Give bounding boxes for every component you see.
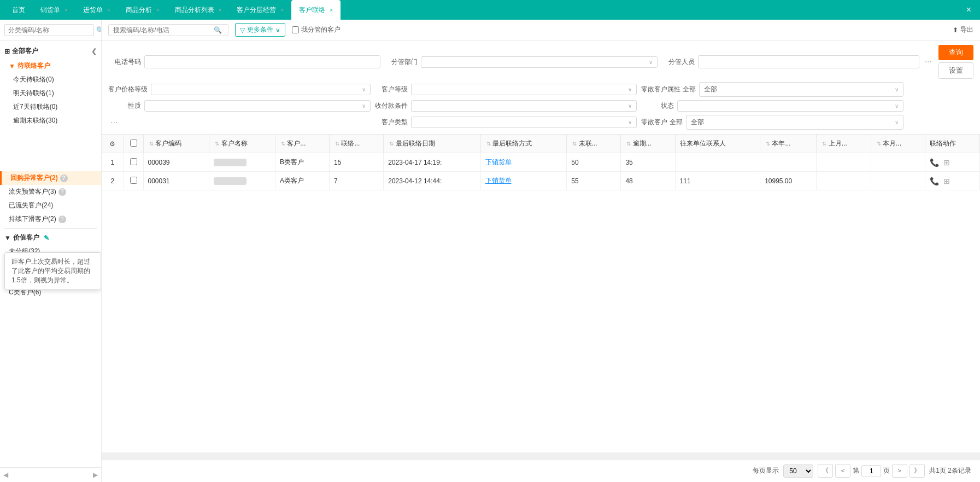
- page-input[interactable]: [861, 465, 881, 477]
- person-dots-button[interactable]: ···: [923, 57, 934, 67]
- cell-last-method[interactable]: 下销货单: [480, 153, 567, 172]
- close-product-analysis-tab[interactable]: ×: [156, 7, 160, 13]
- sidebar: 🔍 ⊞ 全部客户 ❮ ▼ 待联络客户 今天待联络(0) 明天待联络(1): [0, 20, 102, 482]
- select-customer-level[interactable]: ∨: [411, 84, 637, 95]
- sidebar-item-repurchase-abnormal[interactable]: 回购异常客户(2) ?: [0, 171, 101, 185]
- select-payment[interactable]: ∨: [411, 100, 637, 112]
- pending-group-title[interactable]: ▼ 待联络客户: [4, 59, 101, 73]
- nav-item-product-analysis-list[interactable]: 商品分析列表 ×: [167, 0, 230, 20]
- nav-item-purchase[interactable]: 进货单 ×: [75, 0, 118, 20]
- page-size-select[interactable]: 50 20 100: [783, 464, 813, 478]
- search-input[interactable]: [113, 26, 212, 34]
- input-person[interactable]: [698, 55, 919, 68]
- nav-item-home[interactable]: 首页: [4, 0, 33, 20]
- top-navigation: 首页 销货单 × 进货单 × 商品分析 × 商品分析列表 × 客户分层经营 × …: [0, 0, 980, 20]
- sidebar-item-tomorrow[interactable]: 明天待联络(1): [4, 86, 101, 100]
- th-not-contacted: ⇅ 未联...: [567, 135, 621, 153]
- sidebar-right-arrow[interactable]: ▶: [93, 471, 98, 479]
- sort-icon-code[interactable]: ⇅: [149, 141, 154, 147]
- action-more-icon[interactable]: ⊞: [943, 177, 950, 185]
- close-product-analysis-list-tab[interactable]: ×: [219, 7, 222, 13]
- info-icon-repurchase[interactable]: ?: [60, 175, 68, 182]
- sort-icon-type[interactable]: ⇅: [281, 141, 285, 147]
- sidebar-collapse-icon[interactable]: ❮: [91, 48, 97, 55]
- sidebar-item-today[interactable]: 今天待联络(0): [4, 73, 101, 86]
- select-customer-type[interactable]: ∨: [411, 117, 637, 128]
- export-button[interactable]: ⬆ 导出: [953, 25, 973, 34]
- window-close-button[interactable]: ×: [962, 5, 976, 15]
- cell-actions: 📞 ⊞: [925, 153, 979, 172]
- select-scatter-attr[interactable]: 全部 ∨: [699, 82, 903, 97]
- search-icon[interactable]: 🔍: [214, 26, 222, 34]
- chevron-down-icon: ∨: [275, 26, 280, 34]
- info-icon-declining[interactable]: ?: [58, 216, 66, 223]
- action-more-icon[interactable]: ⊞: [943, 158, 950, 167]
- sort-icon-name[interactable]: ⇅: [215, 141, 219, 147]
- sidebar-all-customers[interactable]: ⊞ 全部客户 ❮: [0, 43, 101, 59]
- sort-icon-contact[interactable]: ⇅: [335, 141, 339, 147]
- cell-checkbox[interactable]: [124, 172, 143, 190]
- sort-icon-this-year[interactable]: ⇅: [766, 141, 770, 147]
- input-phone[interactable]: [144, 55, 380, 68]
- sidebar-item-lost-preview[interactable]: 流失预警客户(3) ?: [0, 185, 101, 199]
- query-button[interactable]: 查询: [938, 45, 973, 60]
- select-status[interactable]: ∨: [677, 100, 903, 112]
- select-dept[interactable]: ∨: [421, 56, 657, 68]
- advanced-filter: 电话号码 分管部门 ∨ 分管人员 ··· 查询 设置: [102, 40, 980, 135]
- select-price-level[interactable]: ∨: [151, 84, 371, 95]
- row4-dots[interactable]: ···: [108, 118, 120, 127]
- horizontal-scrollbar[interactable]: [102, 452, 980, 459]
- sort-icon-last-month[interactable]: ⇅: [822, 141, 826, 147]
- cell-checkbox[interactable]: [124, 153, 143, 172]
- edit-icon[interactable]: ✎: [44, 234, 49, 242]
- sidebar-item-already-lost[interactable]: 已流失客户(24): [0, 199, 101, 212]
- cell-unit-contact: 111: [675, 172, 760, 190]
- nav-item-product-analysis[interactable]: 商品分析 ×: [118, 0, 167, 20]
- cell-last-method[interactable]: 下销货单: [480, 172, 567, 190]
- more-conditions-button[interactable]: ▽ 更多条件 ∨: [235, 23, 285, 37]
- chevron-down-icon-payment: ∨: [628, 103, 632, 109]
- sidebar-item-overdue[interactable]: 逾期未联络(30): [4, 114, 101, 127]
- sidebar-item-declining[interactable]: 持续下滑客户(2) ?: [0, 212, 101, 226]
- sort-icon-overdue[interactable]: ⇅: [626, 141, 631, 147]
- prev-page-button[interactable]: ＜: [835, 464, 850, 478]
- sort-icon-this-month[interactable]: ⇅: [877, 141, 881, 147]
- label-customer-level: 客户等级: [375, 85, 408, 94]
- select-all-checkbox[interactable]: [130, 140, 137, 147]
- sort-icon-last-method[interactable]: ⇅: [486, 141, 491, 147]
- chevron-down-icon-scatter2: ∨: [895, 119, 899, 125]
- select-scatter-customer[interactable]: 全部 ∨: [686, 115, 903, 130]
- th-settings[interactable]: ⚙: [102, 135, 124, 153]
- info-icon-lost[interactable]: ?: [58, 188, 66, 196]
- th-checkbox[interactable]: [124, 135, 143, 153]
- action-phone-icon[interactable]: 📞: [930, 177, 939, 185]
- next-page-button[interactable]: ＞: [892, 464, 907, 478]
- close-customer-contact-tab[interactable]: ×: [330, 7, 333, 13]
- sort-icon-not-contacted[interactable]: ⇅: [572, 141, 577, 147]
- settings-icon[interactable]: ⚙: [109, 140, 115, 148]
- select-nature[interactable]: ∨: [144, 100, 371, 112]
- cell-name: [209, 172, 275, 190]
- sidebar-item-7days[interactable]: 近7天待联络(0): [4, 100, 101, 114]
- action-phone-icon[interactable]: 📞: [930, 158, 939, 167]
- my-customer-checkbox[interactable]: [292, 26, 299, 33]
- sidebar-bottom: ◀ ▶: [0, 467, 101, 482]
- last-page-button[interactable]: 》: [909, 464, 925, 478]
- row-checkbox[interactable]: [130, 158, 137, 165]
- sidebar-search-icon[interactable]: 🔍: [96, 26, 102, 34]
- cell-num: 1: [102, 153, 124, 172]
- close-sales-tab[interactable]: ×: [64, 7, 68, 13]
- nav-item-customer-contact[interactable]: 客户联络 ×: [291, 0, 341, 20]
- row-checkbox[interactable]: [130, 177, 137, 184]
- first-page-button[interactable]: 《: [818, 464, 833, 478]
- close-purchase-tab[interactable]: ×: [107, 7, 110, 13]
- setting-button[interactable]: 设置: [938, 62, 973, 79]
- sidebar-search-input[interactable]: [4, 24, 94, 36]
- sidebar-left-arrow[interactable]: ◀: [3, 471, 8, 479]
- nav-item-customer-stratification[interactable]: 客户分层经营 ×: [229, 0, 291, 20]
- value-group-title[interactable]: ▼ 价值客户 ✎: [0, 231, 101, 245]
- cell-num: 2: [102, 172, 124, 190]
- close-customer-stratification-tab[interactable]: ×: [280, 7, 284, 13]
- sort-icon-last-date[interactable]: ⇅: [389, 141, 394, 147]
- nav-item-sales[interactable]: 销货单 ×: [33, 0, 75, 20]
